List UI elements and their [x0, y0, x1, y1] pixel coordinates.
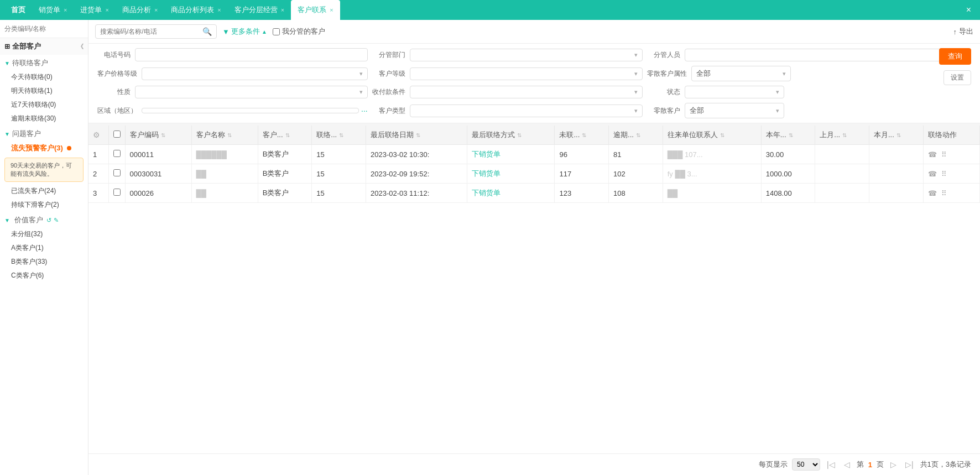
nav-tab-customer-layer[interactable]: 客户分层经营 ×: [228, 0, 291, 20]
close-icon[interactable]: ×: [217, 7, 221, 13]
filter-label-retail-customer: 零散客户: [647, 106, 680, 116]
more-dots-icon[interactable]: ···: [361, 106, 368, 115]
filter-field-retail-customer: 零散客户 全部 ▾: [647, 103, 972, 118]
more-action-icon[interactable]: ⠿: [941, 189, 947, 197]
filter-select-price-level[interactable]: ▾: [142, 67, 368, 80]
row-checkbox[interactable]: [108, 164, 125, 184]
sidebar-section-problem[interactable]: ▼ 问题客户: [0, 126, 88, 141]
row-last-method[interactable]: 下销货单: [467, 164, 555, 184]
search-submit-icon[interactable]: 🔍: [202, 27, 212, 36]
sidebar-search-input[interactable]: [4, 25, 87, 33]
sidebar-item-ungroup[interactable]: 未分组(32): [0, 227, 88, 241]
row-checkbox[interactable]: [108, 145, 125, 164]
row-action[interactable]: ☎ ⠿: [923, 145, 979, 164]
sort-icon[interactable]: ⇅: [842, 132, 847, 138]
chevron-down-icon: ▾: [359, 70, 363, 77]
sidebar-item-b-class[interactable]: B类客户(33): [0, 255, 88, 269]
nav-tab-goods-analysis-list[interactable]: 商品分析列表 ×: [164, 0, 227, 20]
col-settings[interactable]: ⚙: [88, 126, 108, 145]
col-code: 客户编码 ⇅: [125, 126, 191, 145]
prev-page-button[interactable]: ◁: [842, 460, 852, 469]
filter-select-dept[interactable]: ▾: [410, 49, 643, 61]
sort-icon[interactable]: ⇅: [582, 132, 586, 138]
sidebar-item-c-class[interactable]: C类客户(6): [0, 269, 88, 283]
sort-icon[interactable]: ⇅: [285, 132, 290, 138]
sidebar-item-declining[interactable]: 持续下滑客户(2): [0, 198, 88, 212]
row-last-month: [815, 164, 869, 184]
row-action[interactable]: ☎ ⠿: [923, 164, 979, 184]
sidebar-item-7days[interactable]: 近7天待联络(0): [0, 98, 88, 112]
collapse-icon: 《: [77, 43, 84, 51]
close-icon[interactable]: ×: [105, 7, 108, 13]
search-bar: 🔍 ▼ 更多条件 ▲ 我分管的客户 ↑ 导出: [88, 20, 980, 44]
sort-icon[interactable]: ⇅: [636, 132, 640, 138]
sort-icon[interactable]: ⇅: [227, 132, 232, 138]
sort-icon[interactable]: ⇅: [416, 132, 420, 138]
gear-icon[interactable]: ⚙: [93, 131, 100, 139]
col-checkbox: [108, 126, 125, 145]
nav-tab-home[interactable]: 首页: [4, 0, 32, 20]
row-this-year: 1000.00: [761, 164, 815, 184]
close-icon[interactable]: ×: [64, 7, 67, 13]
filter-select-retail-customer[interactable]: 全部 ▾: [685, 103, 784, 118]
sidebar-all-customers[interactable]: ⊞ 全部客户 《: [0, 38, 88, 55]
window-close-button[interactable]: ×: [962, 5, 976, 15]
close-icon[interactable]: ×: [330, 7, 333, 13]
more-action-icon[interactable]: ⠿: [941, 150, 947, 159]
sidebar-item-churn-warning[interactable]: 流失预警客户(3): [0, 141, 88, 155]
nav-tab-customer-contact[interactable]: 客户联系 ×: [291, 0, 340, 20]
filter-select-customer-level[interactable]: ▾: [410, 67, 643, 80]
sidebar-section-pending[interactable]: ▼ 待联络客户: [0, 55, 88, 70]
nav-tab-goods-analysis[interactable]: 商品分析 ×: [116, 0, 164, 20]
first-page-button[interactable]: |◁: [825, 460, 837, 469]
select-all-checkbox[interactable]: [113, 131, 121, 138]
filter-select-customer-type[interactable]: ▾: [410, 105, 643, 117]
settings-button[interactable]: 设置: [943, 70, 971, 85]
contact-icon[interactable]: ☎: [928, 150, 937, 159]
refresh-icon[interactable]: ↺: [46, 217, 51, 224]
nav-tab-purchase[interactable]: 进货单 ×: [74, 0, 115, 20]
sidebar-item-tomorrow[interactable]: 明天待联络(1): [0, 84, 88, 98]
per-page-select[interactable]: 50 100: [792, 458, 820, 471]
sidebar-section-value[interactable]: ▼ 价值客户 ↺ ✎: [0, 212, 88, 227]
filter-select-nature[interactable]: ▾: [135, 86, 368, 98]
my-customers-checkbox[interactable]: [273, 28, 280, 35]
query-button[interactable]: 查询: [939, 48, 971, 65]
row-action[interactable]: ☎ ⠿: [923, 184, 979, 203]
filter-select-payment[interactable]: ▾: [410, 86, 643, 98]
next-page-button[interactable]: ▷: [888, 460, 899, 469]
export-button[interactable]: ↑ 导出: [953, 27, 974, 36]
sort-icon[interactable]: ⇅: [720, 132, 724, 138]
edit-icon[interactable]: ✎: [54, 217, 59, 224]
filter-select-person[interactable]: ▾: [685, 49, 963, 61]
search-input[interactable]: [100, 28, 202, 35]
row-checkbox[interactable]: [108, 184, 125, 203]
row-index: 2: [88, 164, 108, 184]
contact-icon[interactable]: ☎: [928, 189, 937, 197]
filter-select-retail-attr[interactable]: 全部 ▾: [691, 66, 791, 81]
row-last-method[interactable]: 下销货单: [467, 184, 555, 203]
filter-field-person: 分管人员 ▾ ···: [647, 49, 972, 61]
more-action-icon[interactable]: ⠿: [941, 170, 947, 178]
sidebar-item-a-class[interactable]: A类客户(1): [0, 241, 88, 255]
sort-icon[interactable]: ⇅: [789, 132, 793, 138]
nav-tab-sales[interactable]: 销货单 ×: [32, 0, 74, 20]
filter-select-region[interactable]: [142, 108, 359, 113]
contact-icon[interactable]: ☎: [928, 170, 937, 178]
close-icon[interactable]: ×: [281, 7, 284, 13]
close-icon[interactable]: ×: [154, 7, 158, 13]
sort-icon[interactable]: ⇅: [339, 132, 343, 138]
customer-table: ⚙ 客户编码 ⇅ 客户名称: [88, 126, 980, 203]
sidebar-item-overdue[interactable]: 逾期未联络(30): [0, 112, 88, 126]
row-last-method[interactable]: 下销货单: [467, 145, 555, 164]
more-filter-button[interactable]: ▼ 更多条件 ▲: [222, 27, 267, 36]
sort-icon[interactable]: ⇅: [896, 132, 901, 138]
sort-icon[interactable]: ⇅: [517, 132, 522, 138]
sort-icon[interactable]: ⇅: [161, 132, 165, 138]
sidebar-item-churned[interactable]: 已流失客户(24): [0, 184, 88, 198]
filter-select-status[interactable]: ▾: [685, 86, 784, 98]
sidebar-item-today[interactable]: 今天待联络(0): [0, 70, 88, 84]
row-overdue: 108: [609, 184, 663, 203]
last-page-button[interactable]: ▷|: [903, 460, 916, 469]
filter-input-phone[interactable]: [135, 48, 368, 61]
